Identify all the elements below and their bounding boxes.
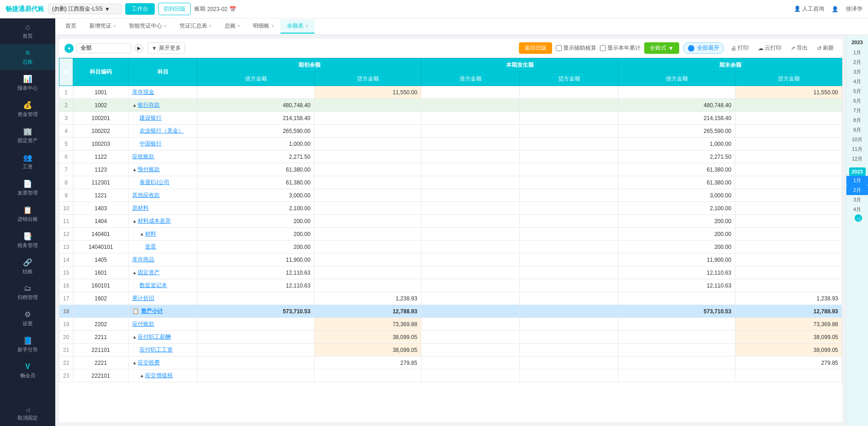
subject-name-link[interactable]: 固定资产	[138, 269, 160, 276]
expand-more-btn[interactable]: ▼ 展开更多	[147, 42, 185, 54]
month-5[interactable]: 5月	[846, 86, 868, 96]
sidebar-item-assets[interactable]: 🏢 固定资产	[0, 122, 55, 149]
col-settings[interactable]: ⚙	[59, 58, 73, 86]
cell-name[interactable]: 建设银行	[128, 112, 198, 125]
filter-arrow-btn[interactable]: ▶	[134, 44, 144, 53]
sidebar-unpin-button[interactable]: ◁ 取消固定	[0, 403, 55, 426]
tab-close-ledger[interactable]: ×	[238, 23, 240, 29]
cell-name[interactable]: 累计折旧	[128, 292, 198, 305]
month-7[interactable]: 7月	[846, 106, 868, 115]
tab-close-balance[interactable]: ×	[305, 23, 308, 29]
expand-arrow-icon[interactable]: ▲	[132, 360, 137, 365]
filter-input[interactable]	[76, 43, 132, 53]
tab-home[interactable]: 首页	[59, 19, 83, 34]
tab-voucher-summary[interactable]: 凭证汇总表 ×	[173, 19, 218, 34]
subject-name-link[interactable]: 建设银行	[140, 115, 162, 121]
show-auxiliary-check[interactable]: 显示辅助核算	[556, 44, 596, 52]
cell-name[interactable]: 数提篮记本	[128, 279, 198, 292]
print-btn[interactable]: 🖨 打印	[728, 43, 751, 53]
cell-name[interactable]: 其他应收款	[128, 189, 198, 202]
tab-smart-voucher[interactable]: 智能凭证中心 ×	[122, 19, 173, 34]
expand-arrow-icon[interactable]: ▲	[140, 373, 144, 378]
sidebar-item-ledger[interactable]: ≡ 总账	[0, 44, 55, 70]
return-old-btn[interactable]: 返回旧版	[519, 42, 552, 54]
month-current-2[interactable]: 2月	[846, 185, 868, 195]
company-selector[interactable]: (勿删) 江西股金-LSS ▼	[48, 4, 122, 14]
sidebar-item-close[interactable]: 🔗 结账	[0, 253, 55, 280]
cell-name[interactable]: 应付账款	[128, 318, 198, 331]
cell-name[interactable]: 库存现金	[128, 86, 198, 99]
sidebar-item-purchase[interactable]: 📋 进销台账	[0, 201, 55, 227]
year-current-label[interactable]: 2023	[849, 167, 866, 176]
expand-arrow-icon[interactable]: ▲	[132, 270, 137, 275]
subject-name-link[interactable]: 应付职工工资	[140, 346, 173, 353]
month-3[interactable]: 3月	[846, 67, 868, 77]
sidebar-item-guide[interactable]: 📘 新手引导	[0, 332, 55, 358]
sidebar-item-payroll[interactable]: 👥 工资	[0, 149, 55, 175]
subject-name-link[interactable]: 银行存款	[138, 102, 160, 108]
show-cumulative-check[interactable]: 显示本年累计	[600, 44, 641, 52]
subject-name-link[interactable]: 材料成本差异	[138, 218, 171, 224]
cell-name[interactable]: ▲预付账款	[128, 163, 198, 176]
cell-name[interactable]: ▲应交增值税	[128, 369, 198, 382]
subject-name-link[interactable]: 泰屋EU公司	[140, 179, 169, 185]
expand-arrow-icon[interactable]: ▲	[132, 334, 137, 340]
month-1[interactable]: 1月	[846, 48, 868, 58]
cloud-print-btn[interactable]: ☁ 云打印	[755, 43, 784, 53]
subject-name-link[interactable]: 壹蛋	[145, 243, 156, 250]
cell-name[interactable]: 原材料	[128, 202, 198, 215]
sidebar-item-reports[interactable]: 📊 报表中心	[0, 70, 55, 96]
auxiliary-checkbox[interactable]	[556, 45, 562, 51]
period-calendar-icon[interactable]: 📅	[229, 6, 236, 12]
year-2023-label[interactable]: 2023	[850, 37, 864, 48]
expand-arrow-icon[interactable]: ▲	[132, 167, 137, 172]
subject-name-link[interactable]: 预付账款	[138, 166, 160, 173]
tab-ledger[interactable]: 总账 ×	[218, 19, 247, 34]
month-current-1[interactable]: 1月	[846, 176, 868, 185]
expand-arrow-icon[interactable]: ▲	[140, 231, 144, 236]
filter-all-btn[interactable]: ●	[64, 44, 74, 53]
month-current-3[interactable]: 3月	[846, 195, 868, 205]
year-panel-toggle[interactable]: ◁	[855, 214, 862, 222]
cell-name[interactable]: 壹蛋	[128, 241, 198, 253]
workbench-button[interactable]: 工作台	[125, 3, 155, 15]
tab-new-voucher[interactable]: 新增凭证 ×	[83, 19, 122, 34]
cell-name[interactable]: 应付职工工资	[128, 344, 198, 357]
cell-name[interactable]: ▲应交税费	[128, 357, 198, 369]
cell-name[interactable]: 泰屋EU公司	[128, 176, 198, 189]
subject-name-link[interactable]: 应付职工薪酬	[138, 334, 171, 340]
month-4[interactable]: 4月	[846, 77, 868, 86]
sidebar-item-tax[interactable]: 📑 税务管理	[0, 227, 55, 253]
tab-close-detail[interactable]: ×	[271, 23, 274, 29]
subject-name-link[interactable]: 材料	[145, 230, 156, 237]
subject-name-link[interactable]: 应付账款	[132, 321, 154, 327]
cell-name[interactable]: 库存商品	[128, 253, 198, 266]
sidebar-item-home[interactable]: ⌂ 首页	[0, 18, 55, 44]
subject-name-link[interactable]: 数提篮记本	[140, 282, 167, 288]
subject-name-link[interactable]: 库存商品	[132, 256, 154, 263]
subject-name-link[interactable]: 农业银行（美金）	[140, 127, 184, 134]
tab-balance[interactable]: 余额表 ×	[280, 19, 315, 34]
subject-name-link[interactable]: 中国银行	[140, 140, 162, 147]
cell-name[interactable]: 中国银行	[128, 138, 198, 150]
cell-name[interactable]: ▲材料	[128, 228, 198, 241]
cell-name[interactable]: 📋资产小计	[128, 305, 198, 318]
tab-close-new-voucher[interactable]: ×	[113, 23, 116, 29]
tab-detail-ledger[interactable]: 明细账 ×	[246, 19, 280, 34]
format-btn[interactable]: 全账式 ▼	[644, 42, 679, 54]
expand-all-toggle[interactable]: 全部展开	[683, 42, 724, 54]
cell-name[interactable]: ▲材料成本差异	[128, 215, 198, 228]
subject-name-link[interactable]: 累计折旧	[132, 295, 154, 301]
tab-close-voucher-summary[interactable]: ×	[209, 23, 212, 29]
subject-name-link[interactable]: 资产小计	[141, 308, 163, 314]
month-11[interactable]: 11月	[846, 144, 868, 154]
month-current-4[interactable]: 4月	[846, 205, 868, 214]
sidebar-item-invoice[interactable]: 📄 发票管理	[0, 175, 55, 201]
cumulative-checkbox[interactable]	[600, 45, 606, 51]
sidebar-item-settings[interactable]: ⚙ 设置	[0, 305, 55, 332]
expand-arrow-icon[interactable]: ▲	[132, 219, 137, 224]
month-12[interactable]: 12月	[846, 154, 868, 164]
cell-name[interactable]: ▲固定资产	[128, 266, 198, 279]
subject-name-link[interactable]: 原材料	[132, 205, 149, 211]
subject-name-link[interactable]: 应交增值税	[145, 372, 173, 379]
